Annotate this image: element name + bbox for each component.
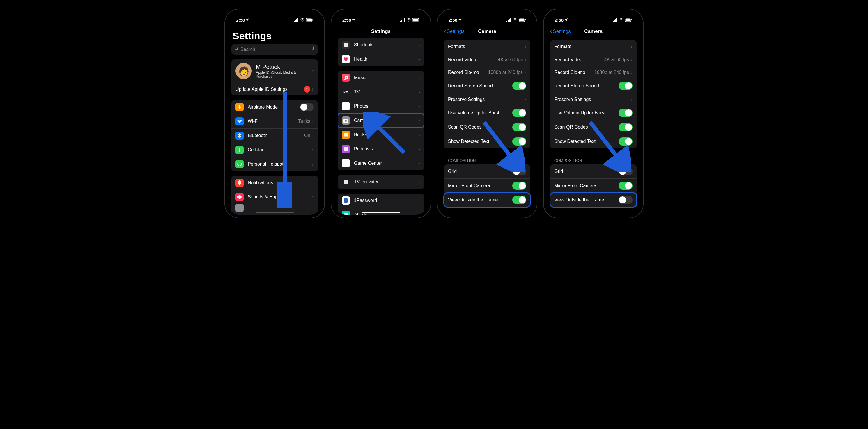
row-label: Airplane Mode	[248, 104, 300, 110]
settings-row-music[interactable]: Music›	[338, 71, 424, 85]
settings-row-camera[interactable]: Camera›	[338, 113, 424, 127]
row-detail: Tucks	[298, 119, 310, 124]
toggle-switch[interactable]	[512, 182, 526, 190]
chevron-right-icon: ›	[631, 69, 632, 75]
camera-row-grid[interactable]: Grid	[550, 164, 637, 178]
settings-row-abode[interactable]: Abode›	[338, 208, 424, 215]
camera-row-record-video[interactable]: Record Video4K at 60 fps›	[550, 53, 637, 66]
camera-row-scan-qr-codes[interactable]: Scan QR Codes	[444, 120, 530, 134]
camera-row-scan-qr-codes[interactable]: Scan QR Codes	[550, 120, 637, 134]
book-icon	[342, 131, 350, 139]
row-label: Preserve Settings	[554, 97, 631, 102]
wifi-icon	[619, 18, 623, 22]
chevron-left-icon: ‹	[444, 28, 446, 35]
section-header-photo-capture: PHOTO CAPTURE	[550, 212, 637, 215]
row-label: Show Detected Text	[554, 139, 619, 144]
toggle-switch[interactable]	[512, 196, 526, 204]
settings-row-airplane-mode[interactable]: Airplane Mode	[231, 100, 318, 114]
toggle-switch[interactable]	[619, 196, 632, 204]
camera-row-record-slo-mo[interactable]: Record Slo-mo1080p at 240 fps›	[444, 66, 530, 79]
nav-back-button[interactable]: ‹Settings	[550, 28, 571, 35]
camera-row-view-outside-the-frame[interactable]: View Outside the Frame	[444, 193, 530, 207]
camera-settings-section: Formats›Record Video4K at 60 fps›Record …	[550, 40, 637, 148]
camera-row-show-detected-text[interactable]: Show Detected Text	[550, 134, 637, 148]
toggle-switch[interactable]	[512, 109, 526, 117]
settings-row-bluetooth[interactable]: BluetoothOn›	[231, 128, 318, 143]
svg-rect-9	[313, 46, 314, 49]
settings-row-wi-fi[interactable]: Wi-FiTucks›	[231, 114, 318, 128]
settings-row-1password[interactable]: 1Password›	[338, 193, 424, 208]
tv-provider-icon	[342, 178, 350, 186]
svg-rect-19	[413, 19, 418, 21]
camera-row-record-video[interactable]: Record Video4K at 60 fps›	[444, 53, 530, 66]
camera-row-formats[interactable]: Formats›	[550, 40, 637, 53]
settings-row-personal-hotspot[interactable]: Personal Hotspot›	[231, 157, 318, 171]
notification-badge: 1	[304, 86, 310, 93]
search-placeholder: Search	[241, 47, 255, 52]
camera-row-show-detected-text[interactable]: Show Detected Text	[444, 134, 530, 148]
camera-row-record-stereo-sound[interactable]: Record Stereo Sound	[550, 79, 637, 93]
chevron-right-icon: ›	[525, 96, 526, 102]
phone-frame-4: 2:58 ‹Settings Camera Formats›Record Vid…	[543, 9, 644, 218]
camera-row-formats[interactable]: Formats›	[444, 40, 530, 53]
camera-row-mirror-front-camera[interactable]: Mirror Front Camera	[444, 178, 530, 193]
settings-row-game-center[interactable]: Game Center›	[338, 156, 424, 170]
profile-name: M Potuck	[256, 64, 312, 70]
toggle-switch[interactable]	[619, 82, 632, 90]
row-label: Record Stereo Sound	[448, 83, 512, 89]
settings-row-tv[interactable]: ▸tvTV›	[338, 85, 424, 99]
settings-row-shortcuts[interactable]: Shortcuts›	[338, 38, 424, 52]
camera-row-preserve-settings[interactable]: Preserve Settings›	[550, 93, 637, 106]
chevron-right-icon: ›	[312, 180, 314, 186]
toggle-switch[interactable]	[512, 123, 526, 131]
wifi-icon	[236, 117, 244, 125]
chevron-right-icon: ›	[631, 44, 632, 50]
toggle-switch[interactable]	[512, 167, 526, 176]
settings-row-notifications[interactable]: Notifications›	[231, 176, 318, 190]
svg-rect-27	[344, 198, 348, 203]
toggle-switch[interactable]	[619, 167, 632, 176]
svg-rect-5	[307, 19, 312, 21]
mic-icon[interactable]	[311, 46, 315, 52]
music-note-icon	[342, 73, 350, 82]
toggle-switch[interactable]	[619, 109, 632, 117]
settings-row-podcasts[interactable]: Podcasts›	[338, 142, 424, 156]
row-label: Photos	[354, 103, 418, 109]
row-label: Wi-Fi	[248, 119, 298, 124]
chevron-right-icon: ›	[312, 68, 314, 74]
camera-row-record-slo-mo[interactable]: Record Slo-mo1080p at 240 fps›	[550, 66, 637, 79]
toggle-switch[interactable]	[619, 123, 632, 131]
row-detail: On	[304, 133, 310, 138]
toggle-switch[interactable]	[619, 137, 632, 146]
camera-row-record-stereo-sound[interactable]: Record Stereo Sound	[444, 79, 530, 93]
row-label: Scan QR Codes	[448, 125, 512, 130]
row-label: Grid	[448, 169, 512, 174]
camera-row-grid[interactable]: Grid	[444, 164, 530, 178]
link-icon	[236, 160, 244, 168]
settings-row-books[interactable]: Books›	[338, 127, 424, 142]
settings-row-cellular[interactable]: Cellular›	[231, 143, 318, 157]
svg-point-23	[345, 120, 347, 122]
camera-row-preserve-settings[interactable]: Preserve Settings›	[444, 93, 530, 106]
chevron-right-icon: ›	[312, 147, 314, 153]
toggle-switch[interactable]	[619, 182, 632, 190]
toggle-switch[interactable]	[300, 103, 314, 111]
settings-row-tv-provider[interactable]: TV Provider›	[338, 175, 424, 189]
camera-row-mirror-front-camera[interactable]: Mirror Front Camera	[550, 178, 637, 193]
update-apple-id-row[interactable]: Update Apple ID Settings 1 ›	[231, 83, 318, 95]
camera-row-view-outside-the-frame[interactable]: View Outside the Frame	[550, 193, 637, 207]
settings-row-photos[interactable]: Photos›	[338, 99, 424, 113]
svg-rect-44	[614, 20, 615, 22]
svg-rect-22	[344, 104, 348, 108]
settings-row-health[interactable]: Health›	[338, 52, 424, 66]
profile-row[interactable]: 🧑 M Potuck Apple ID, iCloud, Media & Pur…	[231, 59, 318, 83]
battery-icon	[519, 18, 526, 22]
nav-back-button[interactable]: ‹Settings	[444, 28, 465, 35]
search-input[interactable]: Search	[231, 44, 318, 55]
toggle-switch[interactable]	[512, 82, 526, 90]
toggle-switch[interactable]	[512, 137, 526, 146]
camera-row-use-volume-up-for-burst[interactable]: Use Volume Up for Burst	[550, 106, 637, 120]
camera-row-use-volume-up-for-burst[interactable]: Use Volume Up for Burst	[444, 106, 530, 120]
bell-icon	[236, 179, 244, 187]
avatar: 🧑	[236, 63, 252, 79]
